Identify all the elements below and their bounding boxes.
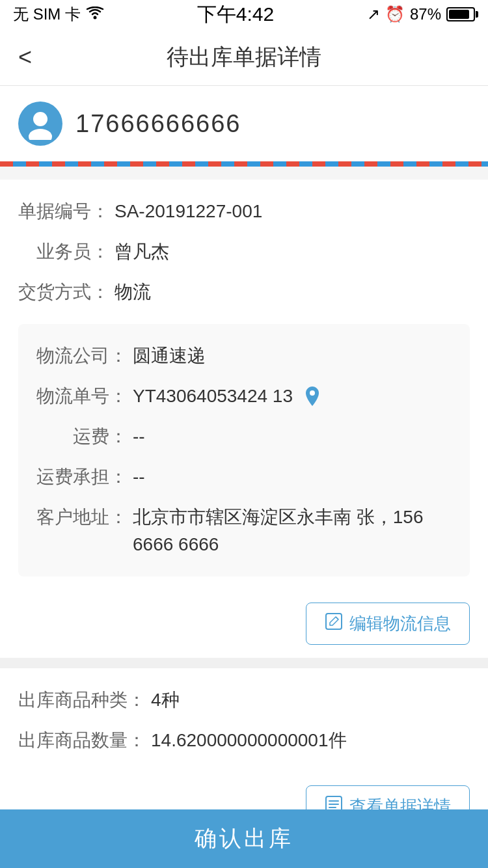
svg-point-3: [310, 390, 315, 396]
delivery-row: 交货方式： 物流: [18, 278, 470, 306]
goods-quantity-value: 14.620000000000001件: [146, 727, 470, 754]
salesman-label: 业务员：: [18, 238, 109, 265]
company-label: 物流公司：: [36, 342, 128, 370]
freight-value: --: [128, 423, 452, 450]
address-value: 北京市市辖区海淀区永丰南 张，156 6666 6666: [128, 504, 452, 558]
section-divider: [0, 658, 488, 668]
avatar: [18, 102, 62, 146]
basic-info-section: 单据编号： SA-20191227-001 业务员： 曾凡杰 交货方式： 物流: [0, 180, 488, 324]
page-title: 待出库单据详情: [167, 42, 321, 72]
user-phone: 17666666666: [75, 110, 241, 138]
edit-btn-label: 编辑物流信息: [349, 612, 451, 635]
status-right: ↗ ⏰ 87%: [367, 5, 475, 23]
edit-icon: [325, 612, 343, 635]
nav-bar: < 待出库单据详情: [0, 29, 488, 86]
delivery-value: 物流: [109, 278, 470, 306]
freight-label: 运费：: [36, 423, 128, 450]
logistics-section: 物流公司： 圆通速递 物流单号： YT43064053424 13 运费： --…: [0, 324, 488, 590]
status-time: 下午4:42: [197, 1, 274, 28]
dashed-separator: [0, 161, 488, 167]
freight-bear-value: --: [128, 463, 452, 491]
order-value: SA-20191227-001: [109, 198, 470, 225]
freight-bear-row: 运费承担： --: [36, 463, 452, 491]
order-label: 单据编号：: [18, 198, 109, 225]
logistics-card: 物流公司： 圆通速递 物流单号： YT43064053424 13 运费： --…: [18, 324, 470, 576]
battery-fill: [449, 10, 469, 19]
goods-quantity-label: 出库商品数量：: [18, 727, 146, 754]
edit-logistics-button[interactable]: 编辑物流信息: [306, 603, 470, 645]
svg-point-2: [29, 129, 52, 140]
alarm-icon: ⏰: [385, 5, 405, 23]
goods-type-value: 4种: [146, 686, 470, 714]
company-value: 圆通速递: [128, 342, 452, 370]
salesman-value: 曾凡杰: [109, 238, 470, 265]
battery-icon: [446, 7, 475, 21]
user-header: 17666666666: [0, 86, 488, 161]
map-pin-icon[interactable]: [301, 385, 324, 408]
address-label: 客户地址：: [36, 504, 128, 531]
confirm-btn-bar[interactable]: 确认出库: [0, 809, 488, 868]
goods-section: 出库商品种类： 4种 出库商品数量： 14.620000000000001件: [0, 668, 488, 772]
order-row: 单据编号： SA-20191227-001: [18, 198, 470, 225]
svg-point-1: [33, 112, 47, 126]
delivery-label: 交货方式：: [18, 278, 109, 306]
battery-percent: 87%: [410, 5, 441, 23]
tracking-label: 物流单号：: [36, 383, 128, 410]
back-button[interactable]: <: [18, 44, 32, 71]
carrier-text: 无 SIM 卡: [13, 4, 81, 25]
wifi-icon: [86, 5, 104, 23]
goods-quantity-row: 出库商品数量： 14.620000000000001件: [18, 727, 470, 754]
freight-bear-label: 运费承担：: [36, 463, 128, 491]
goods-type-label: 出库商品种类：: [18, 686, 146, 714]
goods-type-row: 出库商品种类： 4种: [18, 686, 470, 714]
address-row: 客户地址： 北京市市辖区海淀区永丰南 张，156 6666 6666: [36, 504, 452, 558]
company-row: 物流公司： 圆通速递: [36, 342, 452, 370]
confirm-btn-label: 确认出库: [195, 824, 293, 854]
location-status-icon: ↗: [367, 5, 380, 23]
edit-btn-row: 编辑物流信息: [0, 590, 488, 658]
status-left: 无 SIM 卡: [13, 4, 104, 25]
svg-rect-4: [326, 614, 342, 629]
freight-row: 运费： --: [36, 423, 452, 450]
status-bar: 无 SIM 卡 下午4:42 ↗ ⏰ 87%: [0, 0, 488, 29]
tracking-value: YT43064053424 13: [128, 383, 452, 410]
salesman-row: 业务员： 曾凡杰: [18, 238, 470, 265]
svg-point-0: [94, 16, 97, 20]
tracking-row: 物流单号： YT43064053424 13: [36, 383, 452, 410]
